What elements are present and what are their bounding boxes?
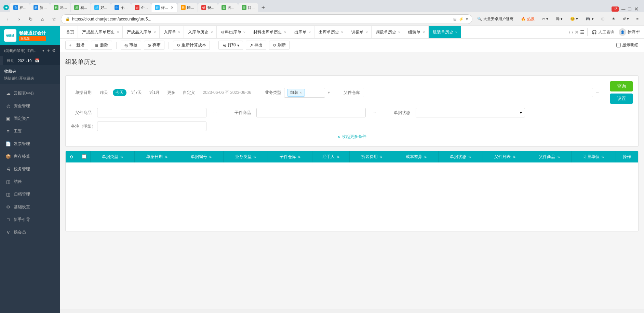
favorites-shortcut-link[interactable]: 快捷键打开收藏夹 [4, 76, 56, 81]
show-detail-checkbox[interactable]: 显示明细 [616, 42, 639, 48]
sidebar-item-settlement[interactable]: ◫ 结账 [0, 175, 60, 188]
sort-disassemble-fee-icon[interactable]: ⇅ [379, 155, 382, 159]
th-doc-type[interactable]: 单据类型 ⇅ [90, 151, 135, 162]
settings-icon[interactable]: ⚙ [52, 48, 56, 53]
browser-tab-active[interactable]: 好 好... ✕ [151, 3, 177, 12]
sidebar-item-payroll[interactable]: ≡ 工资 [0, 125, 60, 138]
abandon-btn[interactable]: ⊘ 弃审 [144, 41, 164, 50]
browser-tab-2[interactable]: 新 新... [30, 3, 50, 12]
menu-tab-out-history[interactable]: 出库单历史 × [315, 26, 347, 38]
history-btn[interactable]: ↺ ▾ [620, 14, 632, 24]
biz-type-input-area[interactable]: 组装 × [284, 88, 325, 98]
qr-code-icon[interactable]: ⊞ [453, 17, 457, 22]
browser-tab-9[interactable]: 腾 腾... [177, 3, 197, 12]
brightness-btn[interactable]: ☀ [609, 14, 618, 24]
parent-warehouse-more-btn[interactable]: ··· [596, 90, 599, 95]
sidebar-item-inventory[interactable]: 📦 库存核算 [0, 150, 60, 163]
menu-tab-in[interactable]: 入库单 × [160, 26, 184, 38]
biz-type-dropdown-icon[interactable]: ▾ [328, 90, 330, 95]
child-goods-input[interactable] [256, 108, 366, 117]
search-bar[interactable]: 🔍 大量安卓用户逃离 [474, 14, 516, 24]
maximize-btn[interactable]: □ [628, 6, 631, 12]
new-btn[interactable]: + + 新增 [65, 41, 88, 50]
th-doc-no[interactable]: 单据编号 ⇅ [179, 151, 224, 162]
sort-doc-no-icon[interactable]: ⇅ [209, 155, 212, 159]
browser-tab-5[interactable]: 好 好... [91, 3, 111, 12]
scissors-btn[interactable]: ✂ ▾ [539, 14, 551, 24]
game-btn[interactable]: 🎮 ▾ [583, 14, 596, 24]
remark-input[interactable] [97, 122, 206, 131]
menu-tab-assembly[interactable]: 组装单 × [405, 26, 428, 38]
browser-tab-6[interactable]: 个 个... [111, 3, 131, 12]
menu-tab-assembly-history[interactable]: 组装单历史 × [429, 26, 461, 38]
collapse-filter-btn[interactable]: ∧ 收起更多条件 [71, 132, 633, 141]
dropdown-arrow-icon[interactable]: ▾ [466, 17, 468, 22]
sort-child-warehouse-icon[interactable]: ⇅ [298, 155, 300, 159]
close-tab-btn[interactable]: ✕ [575, 29, 579, 35]
browser-tab-3[interactable]: 易 易... [50, 3, 70, 12]
close-in[interactable]: × [178, 30, 180, 34]
table-settings-icon[interactable]: ⚙ [70, 155, 73, 159]
browser-tab-4[interactable]: 易 易... [71, 3, 91, 12]
home-btn[interactable]: ⌂ [38, 14, 47, 24]
sidebar-company-selector[interactable]: (勿删勿禁用) 江西服宝测试专用 ▾ + ⚙ [0, 45, 60, 56]
close-material-out[interactable]: × [243, 30, 245, 34]
browser-tab-7[interactable]: 企 企... [131, 3, 151, 12]
menu-tab-product-in-history[interactable]: 产成品入库单历史 × [79, 26, 123, 38]
biz-type-tag-close[interactable]: × [300, 90, 302, 95]
menu-tab-product-in[interactable]: 产成品入库单 × [123, 26, 159, 38]
sort-handler-icon[interactable]: ⇅ [337, 155, 339, 159]
doc-status-select[interactable]: ▾ [416, 108, 525, 117]
browser-tab-10[interactable]: 畅 畅... [198, 3, 218, 12]
sort-doc-type-icon[interactable]: ⇅ [120, 155, 123, 159]
settings-config-btn[interactable]: 设置 [610, 94, 633, 104]
date-btn-custom[interactable]: 自定义 [180, 89, 198, 96]
sort-biz-type-icon[interactable]: ⇅ [253, 155, 256, 159]
close-out[interactable]: × [309, 30, 311, 34]
user-menu[interactable]: 👤 徐泽华 [619, 28, 640, 36]
close-transfer-history[interactable]: × [398, 30, 400, 34]
tab-scroll-left-btn[interactable]: ‹ [569, 29, 571, 35]
add-company-icon[interactable]: + [47, 48, 50, 53]
close-material-out-history[interactable]: × [284, 30, 286, 34]
sort-parent-goods-icon[interactable]: ⇅ [557, 155, 560, 159]
th-child-warehouse[interactable]: 子件仓库 ⇅ [268, 151, 312, 162]
close-assembly-history[interactable]: × [455, 30, 457, 34]
parent-goods-more-btn[interactable]: ··· [213, 110, 217, 115]
translate-btn[interactable]: 译 ▾ [553, 14, 565, 24]
th-checkbox[interactable] [78, 151, 90, 162]
date-btn-yesterday[interactable]: 昨天 [97, 89, 111, 96]
menu-tab-transfer[interactable]: 调拨单 × [348, 26, 372, 38]
grid-btn[interactable]: ⊞ [599, 14, 607, 24]
close-in-history[interactable]: × [211, 30, 213, 34]
sidebar-item-fixed-assets[interactable]: ▣ 固定资产 [0, 112, 60, 125]
close-assembly[interactable]: × [422, 30, 425, 34]
minimize-btn[interactable]: ─ [621, 6, 625, 12]
print-btn[interactable]: 🖨 打印 ▾ [218, 41, 243, 50]
recalc-btn[interactable]: ↻ 重新计算成本 [173, 41, 210, 50]
sort-cost-diff-icon[interactable]: ⇅ [424, 155, 427, 159]
back-btn[interactable]: ‹ [3, 14, 12, 24]
th-cost-diff[interactable]: 成本差异 ⇅ [394, 151, 438, 162]
menu-tab-material-out[interactable]: 材料出库单 × [217, 26, 249, 38]
calendar-icon[interactable]: 📅 [35, 58, 40, 63]
menu-tab-home[interactable]: 首页 [63, 26, 78, 38]
bookmark-btn[interactable]: ☆ [49, 14, 59, 24]
date-btn-1month[interactable]: 近1月 [147, 89, 163, 96]
parent-goods-input[interactable] [97, 108, 206, 117]
sidebar-item-basic-settings[interactable]: ⚙ 基础设置 [0, 201, 60, 213]
menu-tab-transfer-history[interactable]: 调拨单历史 × [372, 26, 404, 38]
select-all-checkbox[interactable] [82, 154, 86, 159]
th-parent-goods[interactable]: 父件商品 ⇅ [527, 151, 572, 162]
sidebar-item-archive-mgmt[interactable]: ◫ 归档管理 [0, 188, 60, 201]
sidebar-item-new-guide[interactable]: □ 新手引导 [0, 213, 60, 226]
browser-tab-12[interactable]: 目 目... [238, 3, 258, 12]
close-btn[interactable]: ✕ [634, 6, 639, 12]
sidebar-item-vip[interactable]: V 畅会员 [0, 226, 60, 239]
date-btn-7days[interactable]: 近7天 [129, 89, 145, 96]
sidebar-item-cloud-report[interactable]: ☁ 云报表中心 [0, 87, 60, 100]
forward-btn[interactable]: › [14, 14, 24, 24]
lightning-icon[interactable]: ⚡ [459, 17, 464, 22]
tab-menu-btn[interactable]: ☰ [580, 29, 585, 35]
query-btn[interactable]: 查询 [610, 81, 633, 91]
